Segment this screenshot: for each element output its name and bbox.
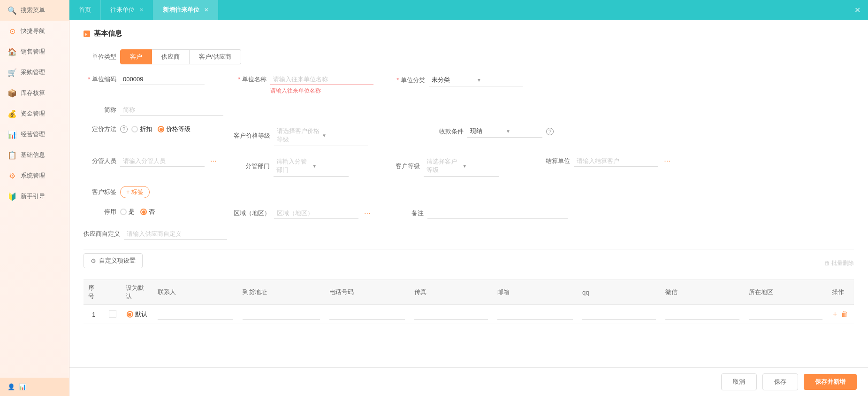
manager-input[interactable]	[120, 155, 205, 167]
qq-input[interactable]	[582, 309, 656, 320]
table-row: 1 默认	[84, 305, 854, 324]
delete-row-button[interactable]: 🗑	[840, 310, 849, 318]
sidebar-item-purchase[interactable]: 🛒 采购管理	[0, 62, 69, 83]
remark-input[interactable]	[427, 208, 568, 219]
unit-category-select[interactable]: 未分类 ▼	[429, 74, 523, 86]
section-header: F 基本信息	[84, 29, 854, 38]
sidebar-item-guide[interactable]: 🔰 新手引导	[0, 186, 69, 207]
sidebar-item-basic[interactable]: 📋 基础信息	[0, 145, 69, 165]
radio-discount[interactable]: 折扣	[131, 125, 152, 133]
tab-new-partner-close[interactable]: ✕	[204, 7, 208, 13]
pricing-help-icon[interactable]: ?	[120, 125, 128, 133]
section-title: 基本信息	[94, 29, 122, 38]
tab-partner[interactable]: 往来单位 ✕	[101, 0, 153, 20]
pricing-group: 定价方法 ? 折扣 价格等级	[84, 125, 215, 133]
sidebar-item-operation[interactable]: 📊 经营管理	[0, 124, 69, 145]
cell-checkbox[interactable]	[104, 305, 121, 324]
sidebar-item-finance[interactable]: 💰 资金管理	[0, 103, 69, 124]
unit-name-input[interactable]	[270, 74, 373, 85]
form-content: F 基本信息 单位类型 客户 供应商 客户/供应商 单位编码	[69, 20, 868, 367]
custom-settings-button[interactable]: ⚙ 自定义项设置	[84, 253, 143, 268]
cell-region[interactable]	[744, 305, 827, 324]
batch-delete-button[interactable]: 🗑 批量删除	[824, 259, 854, 267]
chevron-down-icon-5: ▼	[462, 163, 496, 169]
add-row-button[interactable]: +	[832, 310, 838, 318]
customer-price-label: 客户价格等级	[234, 132, 270, 140]
cell-qq[interactable]	[578, 305, 661, 324]
payment-help-icon[interactable]: ?	[546, 128, 554, 135]
sidebar-item-system[interactable]: ⚙ 系统管理	[0, 165, 69, 186]
customer-level-select[interactable]: 请选择客户等级 ▼	[424, 155, 499, 177]
manager-group: 分管人员 ···	[84, 155, 218, 167]
unit-code-group: 单位编码	[84, 74, 215, 85]
tab-partner-close[interactable]: ✕	[139, 7, 144, 13]
tab-new-partner[interactable]: 新增往来单位 ✕	[153, 0, 218, 20]
close-all-tabs[interactable]: ✕	[847, 6, 868, 15]
radio-no-circle	[140, 209, 147, 215]
fax-input[interactable]	[414, 309, 488, 320]
customer-tag-label: 客户标签	[84, 188, 116, 196]
cell-address[interactable]	[238, 305, 325, 324]
type-btn-both[interactable]: 客户/供应商	[190, 49, 241, 64]
short-name-input[interactable]	[120, 104, 223, 116]
region-input[interactable]	[274, 208, 358, 219]
unit-code-input[interactable]	[120, 74, 205, 85]
cancel-button[interactable]: 取消	[721, 373, 757, 390]
settlement-input[interactable]	[574, 155, 658, 167]
settlement-group: 结算单位 ···	[537, 155, 672, 167]
radio-disabled-yes[interactable]: 是	[120, 208, 135, 216]
disabled-group: 停用 是 否	[84, 208, 215, 216]
col-default: 设为默认	[121, 280, 153, 305]
short-name-group: 简称	[84, 104, 223, 116]
type-btn-customer[interactable]: 客户	[120, 49, 152, 64]
save-button[interactable]: 保存	[762, 373, 798, 390]
finance-icon: 💰	[8, 109, 17, 118]
svg-text:F: F	[85, 32, 88, 36]
pricing-label: 定价方法	[84, 125, 116, 133]
col-address: 到货地址	[238, 280, 325, 305]
sidebar-item-inventory[interactable]: 📦 库存核算	[0, 83, 69, 103]
supplier-custom-input[interactable]	[124, 228, 227, 240]
pricing-row: 定价方法 ? 折扣 价格等级 客户价格等级 请选择客户价格等级	[84, 125, 854, 146]
col-wechat: 微信	[661, 280, 744, 305]
table-region-input[interactable]	[749, 309, 822, 320]
payment-condition-select[interactable]: 现结 ▼	[467, 125, 542, 138]
wechat-input[interactable]	[665, 309, 739, 320]
supplier-custom-label: 供应商自定义	[84, 230, 120, 238]
settlement-more-btn[interactable]: ···	[662, 157, 672, 165]
tab-home[interactable]: 首页	[69, 0, 101, 20]
tag-add-button[interactable]: + 标签	[120, 186, 150, 198]
row-checkbox[interactable]	[109, 310, 116, 318]
cell-email[interactable]	[493, 305, 578, 324]
sidebar-item-search[interactable]: 🔍 搜索菜单	[0, 0, 69, 21]
radio-price-level[interactable]: 价格等级	[158, 125, 190, 133]
cell-wechat[interactable]	[661, 305, 744, 324]
unit-category-label: 单位分类	[392, 76, 425, 85]
unit-category-value: 未分类	[432, 76, 475, 84]
customer-level-label: 客户等级	[387, 162, 420, 171]
radio-disabled-no[interactable]: 否	[140, 208, 155, 216]
address-input[interactable]	[243, 309, 320, 320]
cell-contact[interactable]	[153, 305, 238, 324]
sidebar-item-sales[interactable]: 🏠 销售管理	[0, 41, 69, 62]
contact-input[interactable]	[158, 309, 233, 320]
department-select[interactable]: 请输入分管部门 ▼	[274, 155, 349, 177]
type-btn-supplier[interactable]: 供应商	[152, 49, 190, 64]
region-group: 区域（地区） ···	[234, 208, 372, 219]
email-input[interactable]	[497, 309, 573, 320]
disabled-radio-group: 是 否	[120, 208, 155, 216]
department-group: 分管部门 请输入分管部门 ▼	[237, 155, 368, 177]
gear-icon: ⚙	[91, 257, 96, 264]
customer-tag-group: 客户标签 + 标签	[84, 186, 215, 198]
sidebar-item-quicknav[interactable]: ⊙ 快捷导航	[0, 21, 69, 41]
region-more-btn[interactable]: ···	[362, 209, 372, 217]
phone-input[interactable]	[329, 309, 405, 320]
default-radio[interactable]: 默认	[126, 310, 148, 318]
customer-price-select[interactable]: 请选择客户价格等级 ▼	[274, 125, 368, 146]
cell-phone[interactable]	[325, 305, 410, 324]
remark-label: 备注	[391, 209, 424, 217]
customer-level-group: 客户等级 请选择客户等级 ▼	[387, 155, 518, 177]
save-new-button[interactable]: 保存并新增	[804, 374, 857, 390]
cell-fax[interactable]	[410, 305, 493, 324]
manager-more-btn[interactable]: ···	[208, 157, 218, 165]
